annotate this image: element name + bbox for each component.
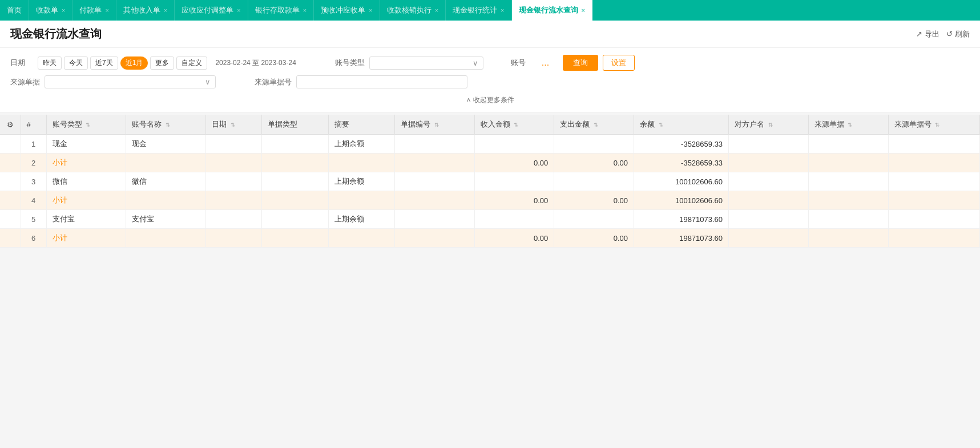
cell-account-type: 微信 [46,172,126,191]
nav-tab-collection[interactable]: 收款核销执行 × [380,0,446,21]
close-icon[interactable]: × [582,7,585,14]
close-icon[interactable]: × [369,7,372,14]
cell-gear [0,172,21,191]
nav-tab-advance[interactable]: 预收冲应收单 × [314,0,380,21]
nav-tab-home[interactable]: 首页 [0,0,29,21]
cell-source-doc [808,210,888,229]
cell-source-doc [808,229,888,248]
column-expense[interactable]: 支出金额 ⇅ [554,115,634,135]
account-label: 账号 [511,58,534,68]
chevron-down-icon: ∨ [473,59,478,67]
source-doc-select[interactable]: ∨ [45,75,216,88]
nav-tab-stats[interactable]: 现金银行统计 × [446,0,511,21]
cell-gear [0,154,21,172]
nav-tab-receipt[interactable]: 收款单 × [29,0,72,21]
cell-doc-no [394,172,474,191]
date-btn-1month[interactable]: 近1月 [120,56,148,70]
collapse-bar[interactable]: ∧ 收起更多条件 [10,93,970,107]
cell-doc-type [262,210,328,229]
refresh-icon: ↺ [946,30,953,38]
nav-tab-payment[interactable]: 付款单 × [72,0,116,21]
cell-expense [554,135,634,154]
close-icon[interactable]: × [435,7,438,14]
query-button[interactable]: 查询 [563,55,598,71]
close-icon[interactable]: × [237,7,240,14]
page-header: 现金银行流水查询 ↗ 导出 ↺ 刷新 [0,21,980,48]
sort-icon: ⇅ [935,122,939,128]
cell-expense: 0.00 [554,154,634,172]
cell-num: 2 [21,154,46,172]
cell-counterpart [729,210,809,229]
export-icon: ↗ [916,30,922,38]
cell-date [205,154,261,172]
date-btn-more[interactable]: 更多 [150,56,174,70]
date-range-display: 2023-02-24 至 2023-03-24 [215,58,296,68]
cell-income [474,210,554,229]
cell-balance: 100102606.60 [634,191,729,210]
cell-doc-no [394,135,474,154]
cell-source-doc-no [888,135,980,154]
date-btn-today[interactable]: 今天 [64,56,88,70]
column-account-type[interactable]: 账号类型 ⇅ [46,115,126,135]
top-navigation: 首页 收款单 × 付款单 × 其他收入单 × 应收应付调整单 × 银行存取款单 … [0,0,980,21]
cell-counterpart [729,154,809,172]
cell-summary: 上期余额 [328,172,394,191]
filter-row-date: 日期 昨天 今天 近7天 近1月 更多 自定义 2023-02-24 至 202… [10,55,970,71]
cell-source-doc [808,154,888,172]
sort-icon: ⇅ [86,122,90,128]
cell-doc-type [262,154,328,172]
cell-account-type: 现金 [46,135,126,154]
source-doc-no-input[interactable] [296,75,467,88]
column-doc-no[interactable]: 单据编号 ⇅ [394,115,474,135]
cell-account-name: 微信 [126,172,206,191]
gear-icon[interactable]: ⚙ [7,120,14,129]
table-row: 6小计0.000.0019871073.60 [0,229,980,248]
cell-account-type: 小计 [46,229,126,248]
cell-account-type: 小计 [46,191,126,210]
column-income[interactable]: 收入金额 ⇅ [474,115,554,135]
refresh-button[interactable]: ↺ 刷新 [946,29,970,39]
cell-income: 0.00 [474,154,554,172]
data-table-container: ⚙ # 账号类型 ⇅ 账号名称 ⇅ 日期 ⇅ 单据类型 摘要 单据编号 ⇅ 收入… [0,115,980,248]
cell-doc-type [262,191,328,210]
column-balance[interactable]: 余额 ⇅ [634,115,729,135]
sort-icon: ⇅ [594,122,598,128]
close-icon[interactable]: × [105,7,108,14]
column-source-doc-no[interactable]: 来源单据号 ⇅ [888,115,980,135]
column-counterpart[interactable]: 对方户名 ⇅ [729,115,809,135]
close-icon[interactable]: × [62,7,65,14]
cell-source-doc-no [888,210,980,229]
cell-balance: 19871073.60 [634,229,729,248]
date-btn-yesterday[interactable]: 昨天 [38,56,62,70]
column-date[interactable]: 日期 ⇅ [205,115,261,135]
sort-icon: ⇅ [768,122,773,128]
date-btn-custom[interactable]: 自定义 [176,56,207,70]
nav-tab-bank-deposit[interactable]: 银行存取款单 × [248,0,314,21]
account-type-select[interactable]: ∨ [369,56,483,70]
cell-expense [554,172,634,191]
header-actions: ↗ 导出 ↺ 刷新 [916,29,970,39]
column-source-doc[interactable]: 来源单据 ⇅ [808,115,888,135]
date-btn-7days[interactable]: 近7天 [90,56,118,70]
settings-button[interactable]: 设置 [603,55,635,71]
nav-tab-cashflow[interactable]: 现金银行流水查询 × [512,0,592,21]
close-icon[interactable]: × [164,7,167,14]
cell-date [205,229,261,248]
sort-icon: ⇅ [166,122,170,128]
nav-tab-other-income[interactable]: 其他收入单 × [116,0,175,21]
table-row: 2小计0.000.00-3528659.33 [0,154,980,172]
close-icon[interactable]: × [303,7,306,14]
cell-doc-no [394,191,474,210]
close-icon[interactable]: × [501,7,504,14]
column-account-name[interactable]: 账号名称 ⇅ [126,115,206,135]
cell-source-doc [808,172,888,191]
sort-icon: ⇅ [659,122,663,128]
export-button[interactable]: ↗ 导出 [916,29,939,39]
cell-gear [0,135,21,154]
cell-income [474,135,554,154]
nav-tab-adjustment[interactable]: 应收应付调整单 × [175,0,248,21]
cell-doc-type [262,135,328,154]
cell-counterpart [729,135,809,154]
cell-balance: 100102606.60 [634,172,729,191]
account-dots-button[interactable]: ... [542,58,549,68]
